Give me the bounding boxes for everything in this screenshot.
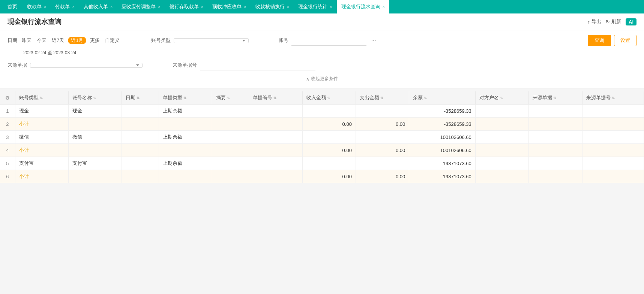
cell-doc_no xyxy=(249,144,302,157)
sort-icon: ⇅ xyxy=(183,96,186,100)
date-shortcut[interactable]: 近7天 xyxy=(50,37,66,44)
tab-close-icon[interactable]: × xyxy=(158,4,160,9)
nav-tab[interactable]: 预收冲应收单× xyxy=(208,0,251,13)
cell-no: 3 xyxy=(0,131,15,144)
tab-close-icon[interactable]: × xyxy=(383,4,385,9)
sort-icon: ⇅ xyxy=(424,96,427,100)
sort-icon: ⇅ xyxy=(500,96,503,100)
refresh-button[interactable]: ↻ 刷新 xyxy=(606,18,621,25)
sort-icon: ⇅ xyxy=(553,96,556,100)
gear-icon[interactable]: ⚙ xyxy=(5,95,10,101)
cell-expense: 0.00 xyxy=(356,144,409,157)
settings-button[interactable]: 设置 xyxy=(614,35,636,46)
table-col-summary[interactable]: 摘要⇅ xyxy=(212,91,249,104)
table-col-doc_type[interactable]: 单据类型⇅ xyxy=(159,91,212,104)
cell-income xyxy=(302,104,356,118)
tab-close-icon[interactable]: × xyxy=(72,4,74,9)
table-col-doc_no[interactable]: 单据编号⇅ xyxy=(249,91,302,104)
nav-tab[interactable]: 应收应付调整单× xyxy=(117,0,165,13)
cell-expense xyxy=(356,104,409,118)
table-col-income[interactable]: 收入金额⇅ xyxy=(302,91,356,104)
cell-balance: -3528659.33 xyxy=(409,104,476,118)
cell-source_doc xyxy=(529,157,582,170)
date-shortcut[interactable]: 近1月 xyxy=(68,37,86,44)
tab-close-icon[interactable]: × xyxy=(244,4,246,9)
action-buttons: 查询 设置 xyxy=(588,35,636,46)
cell-no: 5 xyxy=(0,157,15,170)
cell-doc_type: 上期余额 xyxy=(159,131,212,144)
source-doc-label: 来源单据 xyxy=(8,62,27,69)
table-col-expense[interactable]: 支出金额⇅ xyxy=(356,91,409,104)
date-shortcut[interactable]: 自定义 xyxy=(104,37,121,44)
cell-balance: 100102606.60 xyxy=(409,131,476,144)
tab-close-icon[interactable]: × xyxy=(44,4,46,9)
cell-expense xyxy=(356,157,409,170)
nav-tab[interactable]: 付款单× xyxy=(51,0,79,13)
cell-summary xyxy=(212,118,249,131)
table-col-source_doc[interactable]: 来源单据⇅ xyxy=(529,91,582,104)
account-more-icon[interactable]: ··· xyxy=(369,37,377,44)
tab-close-icon[interactable]: × xyxy=(201,4,203,9)
tab-close-icon[interactable]: × xyxy=(110,4,113,9)
date-shortcut[interactable]: 今天 xyxy=(35,37,48,44)
table-row: 4小计0.000.00100102606.60 xyxy=(0,144,644,157)
nav-tab[interactable]: 现金银行统计× xyxy=(294,0,336,13)
cell-doc_no xyxy=(249,118,302,131)
date-shortcut[interactable]: 昨天 xyxy=(20,37,33,44)
table-col-balance[interactable]: 余额⇅ xyxy=(409,91,476,104)
cell-summary xyxy=(212,131,249,144)
cell-doc_no xyxy=(249,131,302,144)
cell-source_doc_no xyxy=(582,144,644,157)
tab-close-icon[interactable]: × xyxy=(287,4,289,9)
nav-tab[interactable]: 银行存取款单× xyxy=(165,0,208,13)
cell-source_doc_no xyxy=(582,157,644,170)
cell-source_doc xyxy=(529,170,582,183)
top-navigation: 首页 收款单×付款单×其他收入单×应收应付调整单×银行存取款单×预收冲应收单×收… xyxy=(0,0,644,13)
table-row: 2小计0.000.00-3528659.33 xyxy=(0,118,644,131)
table-col-account_type[interactable]: 账号类型⇅ xyxy=(15,91,68,104)
cell-counterparty xyxy=(475,170,528,183)
cell-counterparty xyxy=(475,104,528,118)
source-doc-no-input-wrapper xyxy=(200,60,315,70)
account-filter-group: 账号 ··· xyxy=(279,35,377,46)
sort-icon: ⇅ xyxy=(227,96,230,100)
cell-counterparty xyxy=(475,157,528,170)
tab-close-icon[interactable]: × xyxy=(330,4,332,9)
cell-income: 0.00 xyxy=(302,170,356,183)
ai-badge[interactable]: Ai xyxy=(626,18,636,25)
cell-doc_type xyxy=(159,170,212,183)
cell-counterparty xyxy=(475,118,528,131)
cell-summary xyxy=(212,104,249,118)
cell-summary xyxy=(212,144,249,157)
refresh-icon: ↻ xyxy=(606,19,610,25)
sort-icon: ⇅ xyxy=(380,96,383,100)
cell-doc_no xyxy=(249,157,302,170)
date-shortcut[interactable]: 更多 xyxy=(89,37,101,44)
date-filter-group: 日期 昨天今天近7天近1月更多自定义 xyxy=(8,37,121,44)
source-doc-no-input[interactable] xyxy=(201,61,314,69)
nav-tab[interactable]: 收款核销执行× xyxy=(251,0,294,13)
nav-tab[interactable]: 其他收入单× xyxy=(79,0,117,13)
cell-source_doc xyxy=(529,104,582,118)
account-type-select[interactable] xyxy=(174,38,249,43)
nav-tab[interactable]: 收款单× xyxy=(23,0,51,13)
export-icon: ↑ xyxy=(588,19,590,25)
cell-no: 1 xyxy=(0,104,15,118)
collapse-bar[interactable]: ∧ 收起更多条件 xyxy=(8,74,636,84)
query-button[interactable]: 查询 xyxy=(588,35,611,46)
export-button[interactable]: ↑ 导出 xyxy=(588,18,602,25)
source-doc-no-label: 来源单据号 xyxy=(173,62,197,69)
nav-tab[interactable]: 现金银行流水查询× xyxy=(337,0,389,13)
table-col-counterparty[interactable]: 对方户名⇅ xyxy=(475,91,528,104)
nav-home[interactable]: 首页 xyxy=(3,0,22,13)
sort-icon: ⇅ xyxy=(327,96,330,100)
table-col-date[interactable]: 日期⇅ xyxy=(122,91,159,104)
source-doc-select[interactable] xyxy=(30,63,143,68)
cell-date xyxy=(122,118,159,131)
cell-date xyxy=(122,170,159,183)
cell-account_name: 支付宝 xyxy=(68,157,122,170)
account-input[interactable] xyxy=(293,36,362,45)
table-col-account_name[interactable]: 账号名称⇅ xyxy=(68,91,122,104)
cell-summary xyxy=(212,157,249,170)
table-col-source_doc_no[interactable]: 来源单据号⇅ xyxy=(582,91,644,104)
